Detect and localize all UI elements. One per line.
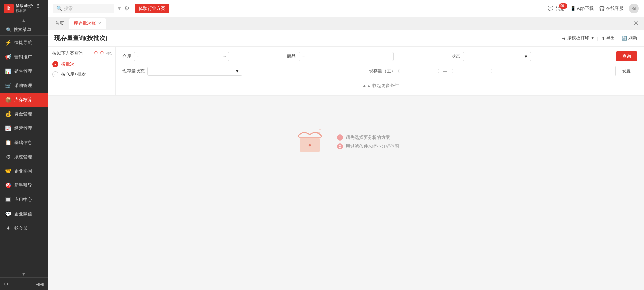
nav-icon-newbie: 🎯 (5, 182, 12, 189)
scheme-panel-header: 按以下方案查询 ⊕ ⊙ ≪ (48, 50, 115, 59)
sidebar-scroll-up[interactable]: ▲ (0, 17, 48, 24)
message-icon: 💬 (548, 6, 553, 11)
inv-qty-label: 现存量（主） (369, 68, 395, 74)
warehouse-input[interactable]: ··· ··· (134, 52, 229, 61)
filter-group-status: 状态 ▼ (452, 52, 611, 61)
scheme-panel: 按以下方案查询 ⊕ ⊙ ≪ ● 按批次 ○ 按仓库+批次 (48, 47, 116, 95)
nav-icon-finance: 💰 (5, 111, 12, 117)
query-panel: 按以下方案查询 ⊕ ⊙ ≪ ● 按批次 ○ 按仓库+批次 (48, 47, 644, 96)
sidebar-settings-btn[interactable]: ⚙ (4, 281, 9, 287)
empty-state: ✦ 1 请先选择要分析的方案 2 用过滤条件来缩小分析范围 (48, 96, 644, 191)
topbar-search-icon: 🔍 (56, 6, 62, 11)
sidebar-bottom: ⚙ ◀◀ (0, 277, 48, 290)
product-input[interactable]: ··· ··· (299, 52, 394, 61)
user-avatar-btn[interactable]: Rit (629, 4, 639, 13)
empty-step-1: 1 请先选择要分析的方案 (337, 134, 399, 141)
sidebar-item-purchase[interactable]: 🛒 采购管理 (0, 78, 48, 93)
tab-close-btn[interactable]: ✕ (98, 21, 101, 26)
inv-qty-to[interactable] (452, 69, 492, 73)
product-placeholder: ··· (302, 54, 305, 59)
empty-content: ✦ 1 请先选择要分析的方案 2 用过滤条件来缩小分析范围 (293, 123, 399, 164)
status-dropdown-icon: ▼ (524, 54, 528, 59)
inv-qty-dash: — (442, 69, 449, 74)
filter-row-2: 现存量状态 ▼ 现存量（主） — (122, 66, 637, 76)
print-btn[interactable]: 🖨 按模板打印 ▼ (561, 35, 594, 41)
nav-icon-purchase: 🛒 (5, 82, 12, 89)
export-icon: ⬆ (601, 36, 605, 41)
sidebar-item-wechat[interactable]: 💬 企业微信 (0, 207, 48, 221)
sidebar-item-quick-nav[interactable]: ⚡ 快捷导航 (0, 36, 48, 50)
nav-icon-quick: ⚡ (5, 39, 12, 46)
topbar-search[interactable]: 🔍 搜索 (53, 4, 114, 13)
sidebar-item-enterprise[interactable]: 🤝 企业协同 (0, 164, 48, 178)
nav-icon-enterprise: 🤝 (5, 168, 12, 175)
sidebar-item-finance[interactable]: 💰 资金管理 (0, 107, 48, 121)
export-btn[interactable]: ⬆ 导出 (601, 35, 615, 41)
sidebar-scroll-down[interactable]: ▼ (0, 271, 48, 277)
app-download-btn[interactable]: 📱 App下载 (570, 5, 594, 12)
tab-close-page-btn[interactable]: ✕ (633, 20, 639, 27)
scheme-item-by-warehouse-batch[interactable]: ○ 按仓库+批次 (48, 69, 115, 79)
scheme-item-by-batch[interactable]: ● 按批次 (48, 59, 115, 69)
sidebar-item-member[interactable]: ✦ 畅会员 (0, 221, 48, 235)
sidebar-item-sales[interactable]: 📊 销售管理 (0, 64, 48, 78)
search-menu[interactable]: 🔍 搜索菜单 (0, 24, 48, 36)
tab-home[interactable]: 首页 (50, 18, 69, 29)
phone-icon: 📱 (570, 6, 576, 11)
settings-btn[interactable]: 设置 (615, 66, 637, 76)
status-label: 状态 (452, 53, 460, 59)
warehouse-placeholder: ··· (137, 54, 141, 59)
svg-text:✦: ✦ (307, 142, 312, 149)
warehouse-label: 仓库 (122, 53, 131, 59)
sidebar-item-system[interactable]: ⚙ 系统管理 (0, 150, 48, 164)
sidebar-item-appstore[interactable]: 🔲 应用中心 (0, 193, 48, 207)
sidebar-item-newbie[interactable]: 🎯 新手引导 (0, 178, 48, 193)
page-title: 现存量查询(按批次) (54, 34, 107, 42)
collapse-more-btn[interactable]: ▲▲ 收起更多条件 (122, 80, 637, 91)
filter-group-inv-status: 现存量状态 ▼ (122, 67, 363, 76)
query-btn[interactable]: 查询 (616, 51, 637, 61)
message-btn[interactable]: 💬 99+ 消息 (548, 5, 565, 12)
collapse-icon: ▲▲ (362, 83, 371, 88)
tab-batch-account[interactable]: 库存批次账 ✕ (69, 18, 106, 29)
inv-status-dropdown-icon: ▼ (235, 69, 239, 74)
sidebar-item-basic[interactable]: 📋 基础信息 (0, 135, 48, 150)
industry-btn[interactable]: 体验行业方案 (135, 4, 169, 13)
content-area: 现存量查询(按批次) 🖨 按模板打印 ▼ | ⬆ 导出 | 🔄 刷新 (48, 30, 644, 290)
nav-icon-wechat: 💬 (5, 211, 12, 217)
inv-qty-from[interactable] (398, 69, 439, 73)
sidebar-item-inventory[interactable]: 📦 库存核算 (0, 93, 48, 107)
topbar-settings-icon[interactable]: ⚙ (124, 5, 129, 12)
app-version: 标准版 (16, 8, 40, 13)
svg-point-2 (317, 132, 320, 134)
nav-icon-appstore: 🔲 (5, 196, 12, 203)
sidebar-item-marketing[interactable]: 📢 营销推广 (0, 50, 48, 64)
product-more-icon: ··· (387, 54, 391, 59)
warehouse-more-icon: ··· (223, 54, 226, 59)
nav-icon-system: ⚙ (5, 153, 12, 160)
nav-icon-basic: 📋 (5, 139, 12, 146)
topbar-dropdown-icon[interactable]: ▼ (117, 6, 122, 11)
filter-row-1: 仓库 ··· ··· 商品 ··· ··· 状态 (122, 51, 637, 61)
status-select[interactable]: ▼ (463, 52, 531, 61)
topbar-right: 💬 99+ 消息 📱 App下载 🎧 在线客服 Rit (548, 4, 639, 13)
scheme-collapse-btn[interactable]: ≪ (106, 50, 112, 56)
sidebar-collapse-btn[interactable]: ◀◀ (36, 281, 44, 287)
step-num-2: 2 (337, 143, 343, 149)
empty-icon: ✦ (293, 123, 327, 157)
page-header: 现存量查询(按批次) 🖨 按模板打印 ▼ | ⬆ 导出 | 🔄 刷新 (48, 30, 644, 47)
online-service-btn[interactable]: 🎧 在线客服 (599, 5, 624, 12)
search-icon: 🔍 (6, 27, 12, 32)
nav-icon-member: ✦ (5, 225, 12, 232)
filter-group-product: 商品 ··· ··· (287, 52, 446, 61)
inv-status-select[interactable]: ▼ (147, 67, 242, 76)
page-actions: 🖨 按模板打印 ▼ | ⬆ 导出 | 🔄 刷新 (561, 35, 637, 41)
print-icon: 🖨 (561, 36, 566, 41)
sidebar-item-operations[interactable]: 📈 经营管理 (0, 121, 48, 135)
refresh-btn[interactable]: 🔄 刷新 (622, 35, 637, 41)
print-dropdown-icon: ▼ (591, 36, 594, 40)
product-label: 商品 (287, 53, 296, 59)
topbar-search-placeholder: 搜索 (64, 5, 73, 12)
scheme-settings-icon[interactable]: ⊙ (100, 50, 104, 56)
scheme-add-icon[interactable]: ⊕ (94, 50, 98, 56)
